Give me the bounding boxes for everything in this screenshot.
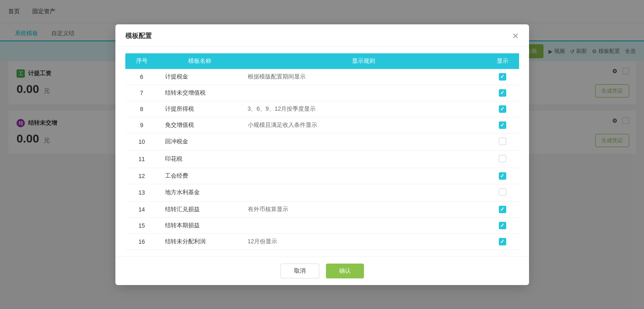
cell-row-rule: 有外币核算显示	[241, 201, 486, 217]
cell-row-name: 结转汇兑损益	[158, 201, 241, 217]
cell-row-id: 7	[125, 85, 158, 101]
table-row: 15结转本期损益	[125, 217, 519, 233]
col-header-rule: 显示规则	[241, 53, 486, 69]
cell-row-id: 6	[125, 69, 158, 85]
cancel-button[interactable]: 取消	[280, 264, 319, 278]
checkbox-checked[interactable]	[499, 73, 506, 81]
cell-row-rule	[241, 133, 486, 150]
table-row: 6计提税金根据模版配置期间显示	[125, 69, 519, 85]
checkbox-unchecked[interactable]	[499, 138, 506, 145]
config-table: 序号 模板名称 显示规则 显示 6计提税金根据模版配置期间显示7结转未交增值税8…	[125, 53, 519, 250]
cell-row-checkbox[interactable]	[486, 117, 519, 133]
table-row: 8计提所得税3、6、9、12月按季度显示	[125, 101, 519, 117]
table-row: 7结转未交增值税	[125, 85, 519, 101]
dialog-header: 模板配置 ✕	[115, 24, 529, 47]
cell-row-checkbox[interactable]	[486, 184, 519, 201]
cell-row-checkbox[interactable]	[486, 69, 519, 85]
cell-row-name: 免交增值税	[158, 117, 241, 133]
cell-row-name: 回冲税金	[158, 133, 241, 150]
table-row: 12工会经费	[125, 168, 519, 184]
table-body: 6计提税金根据模版配置期间显示7结转未交增值税8计提所得税3、6、9、12月按季…	[125, 69, 519, 250]
cell-row-name: 结转未分配利润	[158, 233, 241, 250]
cell-row-id: 10	[125, 133, 158, 150]
cell-row-id: 8	[125, 101, 158, 117]
col-header-name: 模板名称	[158, 53, 241, 69]
checkbox-checked[interactable]	[499, 206, 506, 213]
checkbox-checked[interactable]	[499, 238, 506, 245]
cell-row-checkbox[interactable]	[486, 217, 519, 233]
modal-overlay: 模板配置 ✕ 序号 模板名称 显示规则 显示 6计提税金根据模版配置期间显示7结…	[0, 0, 644, 309]
cell-row-rule: 小规模且满足收入条件显示	[241, 117, 486, 133]
table-header-row: 序号 模板名称 显示规则 显示	[125, 53, 519, 69]
checkbox-checked[interactable]	[499, 172, 506, 180]
dialog-template-config: 模板配置 ✕ 序号 模板名称 显示规则 显示 6计提税金根据模版配置期间显示7结…	[115, 24, 529, 285]
confirm-button[interactable]: 确认	[326, 264, 364, 278]
cell-row-rule	[241, 217, 486, 233]
table-row: 13地方水利基金	[125, 184, 519, 201]
cell-row-id: 12	[125, 168, 158, 184]
cell-row-name: 结转未交增值税	[158, 85, 241, 101]
col-header-id: 序号	[125, 53, 158, 69]
cell-row-checkbox[interactable]	[486, 85, 519, 101]
cell-row-name: 印花税	[158, 150, 241, 168]
checkbox-unchecked[interactable]	[499, 155, 506, 162]
cell-row-name: 计提税金	[158, 69, 241, 85]
checkbox-checked[interactable]	[499, 105, 506, 113]
cell-row-checkbox[interactable]	[486, 233, 519, 250]
dialog-footer: 取消 确认	[115, 257, 529, 285]
table-row: 14结转汇兑损益有外币核算显示	[125, 201, 519, 217]
cell-row-checkbox[interactable]	[486, 201, 519, 217]
checkbox-checked[interactable]	[499, 89, 506, 97]
table-row: 11印花税	[125, 150, 519, 168]
cell-row-checkbox[interactable]	[486, 101, 519, 117]
checkbox-checked[interactable]	[499, 222, 506, 229]
cell-row-id: 9	[125, 117, 158, 133]
dialog-close-button[interactable]: ✕	[512, 32, 519, 40]
cell-row-name: 结转本期损益	[158, 217, 241, 233]
dialog-body: 序号 模板名称 显示规则 显示 6计提税金根据模版配置期间显示7结转未交增值税8…	[115, 47, 529, 257]
cell-row-name: 工会经费	[158, 168, 241, 184]
cell-row-name: 地方水利基金	[158, 184, 241, 201]
checkbox-unchecked[interactable]	[499, 188, 506, 196]
cell-row-rule: 3、6、9、12月按季度显示	[241, 101, 486, 117]
cell-row-id: 15	[125, 217, 158, 233]
cell-row-rule	[241, 184, 486, 201]
table-row: 9免交增值税小规模且满足收入条件显示	[125, 117, 519, 133]
cell-row-id: 16	[125, 233, 158, 250]
table-row: 16结转未分配利润12月份显示	[125, 233, 519, 250]
cell-row-rule: 12月份显示	[241, 233, 486, 250]
cell-row-rule	[241, 85, 486, 101]
cell-row-id: 14	[125, 201, 158, 217]
cell-row-rule	[241, 150, 486, 168]
dialog-title: 模板配置	[125, 32, 152, 40]
cell-row-id: 13	[125, 184, 158, 201]
cell-row-rule	[241, 168, 486, 184]
cell-row-checkbox[interactable]	[486, 150, 519, 168]
table-row: 10回冲税金	[125, 133, 519, 150]
cell-row-checkbox[interactable]	[486, 133, 519, 150]
cell-row-checkbox[interactable]	[486, 168, 519, 184]
cell-row-id: 11	[125, 150, 158, 168]
col-header-display: 显示	[486, 53, 519, 69]
checkbox-checked[interactable]	[499, 121, 506, 129]
cell-row-rule: 根据模版配置期间显示	[241, 69, 486, 85]
cell-row-name: 计提所得税	[158, 101, 241, 117]
